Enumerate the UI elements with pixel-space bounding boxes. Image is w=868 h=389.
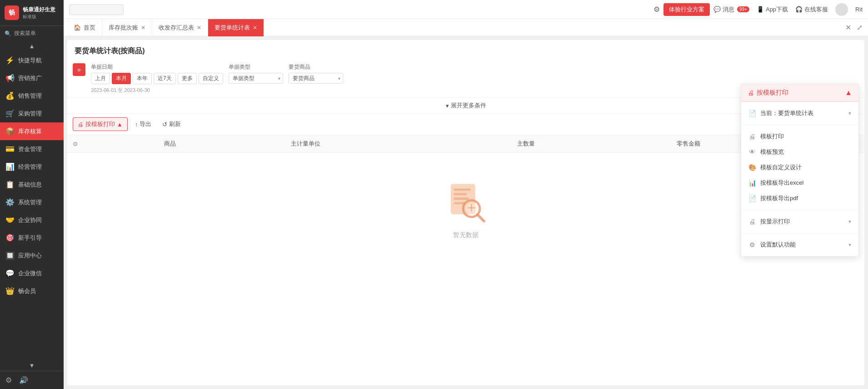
sidebar-item-wechat[interactable]: 💬 企业微信 bbox=[0, 264, 64, 282]
tab-inventory-batch[interactable]: 库存批次账 ✕ bbox=[102, 19, 152, 36]
content-area: 要货单统计表(按商品) » 单据日期 上月 本月 本年 近7天 更多 自定义 2… bbox=[67, 40, 864, 385]
svg-rect-2 bbox=[454, 193, 467, 195]
goods-select-wrap: 要货商品 bbox=[289, 73, 343, 84]
dropdown-items-section: 🖨 模板打印 👁 模板预览 🎨 模板自定义设计 📊 按模板导出excel 📄 bbox=[741, 125, 858, 210]
app-download-item[interactable]: 📱 App下载 bbox=[757, 5, 788, 14]
message-icon: 💬 bbox=[713, 6, 721, 13]
appstore-icon: 🔲 bbox=[5, 251, 15, 260]
template-excel-icon: 📊 bbox=[748, 179, 756, 187]
dropdown-item-template-preview[interactable]: 👁 模板预览 bbox=[741, 144, 858, 160]
dropdown-display-section: 🖨 按显示打印 ▾ bbox=[741, 210, 858, 233]
close-inventory-batch-icon[interactable]: ✕ bbox=[141, 25, 145, 31]
operation-icon: 📊 bbox=[5, 162, 15, 171]
close-tab-btn[interactable]: ✕ bbox=[843, 21, 853, 34]
system-icon: ⚙️ bbox=[5, 198, 15, 207]
sidebar: 畅 畅康通好生意 标准版 🔍 搜索菜单 ▲ ⚡ 快捷导航 📢 营销推广 💰 销售… bbox=[0, 0, 64, 389]
settings-icon[interactable]: ⚙ bbox=[5, 376, 12, 384]
dropdown-default-func-item[interactable]: ⚙ 设置默认功能 ▾ bbox=[741, 237, 858, 253]
export-icon: ↑ bbox=[135, 121, 138, 128]
gear-icon[interactable]: ⚙ bbox=[653, 5, 660, 14]
date-btn-prev[interactable]: 上月 bbox=[91, 73, 110, 84]
guide-icon: 🎯 bbox=[5, 233, 15, 242]
maximize-tab-btn[interactable]: ⤢ bbox=[855, 21, 864, 34]
sidebar-item-member[interactable]: 👑 畅会员 bbox=[0, 282, 64, 300]
print-dropdown-popup: 🖨 按模板打印 ▲ 📄 当前：要货单统计表 ▾ 🖨 bbox=[741, 84, 859, 257]
date-btn-year[interactable]: 本年 bbox=[133, 73, 152, 84]
search-menu[interactable]: 🔍 搜索菜单 bbox=[0, 26, 64, 41]
sidebar-scroll-up[interactable]: ▲ bbox=[0, 41, 64, 51]
sidebar-scroll-down[interactable]: ▼ bbox=[0, 360, 64, 371]
close-receipt-summary-icon[interactable]: ✕ bbox=[197, 25, 201, 31]
sidebar-item-operation[interactable]: 📊 经营管理 bbox=[0, 158, 64, 176]
doc-type-select[interactable]: 单据类型 bbox=[229, 73, 283, 84]
svg-line-7 bbox=[478, 215, 484, 221]
date-btn-custom[interactable]: 自定义 bbox=[199, 73, 223, 84]
sidebar-item-marketing[interactable]: 📢 营销推广 bbox=[0, 69, 64, 87]
export-btn[interactable]: ↑ 导出 bbox=[131, 118, 155, 131]
sidebar-item-basic[interactable]: 📋 基础信息 bbox=[0, 176, 64, 193]
sidebar-item-collab[interactable]: 🤝 企业协同 bbox=[0, 211, 64, 229]
sidebar-item-inventory[interactable]: 📦 库存核算 bbox=[0, 122, 64, 140]
online-service-item[interactable]: 🎧 在线客服 bbox=[795, 5, 828, 14]
tab-order-stats[interactable]: 要货单统计表 ✕ bbox=[208, 19, 264, 36]
template-custom-icon: 🎨 bbox=[748, 164, 756, 171]
print-btn[interactable]: 🖨 按模板打印 ▲ bbox=[73, 117, 128, 131]
home-icon: 🏠 bbox=[74, 24, 81, 31]
sidebar-item-appstore[interactable]: 🔲 应用中心 bbox=[0, 247, 64, 264]
dropdown-item-template-custom[interactable]: 🎨 模板自定义设计 bbox=[741, 160, 858, 175]
sidebar-item-finance[interactable]: 💳 资金管理 bbox=[0, 140, 64, 158]
date-btn-more[interactable]: 更多 bbox=[178, 73, 197, 84]
inventory-icon: 📦 bbox=[5, 127, 15, 136]
empty-icon bbox=[443, 180, 489, 226]
phone-icon: 📱 bbox=[757, 6, 764, 13]
doc-type-select-wrap: 单据类型 bbox=[229, 73, 283, 84]
dropdown-current-item[interactable]: 📄 当前：要货单统计表 ▾ bbox=[741, 106, 858, 121]
date-btn-7days[interactable]: 近7天 bbox=[154, 73, 176, 84]
current-template-arrow-icon: ▾ bbox=[848, 110, 851, 116]
refresh-btn[interactable]: ↺ 刷新 bbox=[159, 118, 185, 131]
purchase-icon: 🛒 bbox=[5, 109, 15, 118]
search-icon: 🔍 bbox=[5, 30, 11, 37]
sidebar-item-system[interactable]: ⚙️ 系统管理 bbox=[0, 193, 64, 211]
col-settings[interactable]: ⚙ bbox=[67, 135, 159, 153]
sidebar-item-sales[interactable]: 💰 销售管理 bbox=[0, 87, 64, 105]
dropdown-close-btn[interactable]: ▲ bbox=[845, 89, 852, 97]
quick-nav-icon: ⚡ bbox=[5, 56, 15, 65]
industry-btn[interactable]: 体验行业方案 bbox=[663, 3, 710, 16]
print-icon: 🖨 bbox=[78, 121, 84, 128]
dropdown-item-template-print[interactable]: 🖨 模板打印 bbox=[741, 129, 858, 144]
basic-icon: 📋 bbox=[5, 180, 15, 189]
template-print-icon: 🖨 bbox=[748, 133, 756, 140]
goods-filter-group: 要货商品 要货商品 bbox=[289, 63, 343, 84]
sidebar-item-guide[interactable]: 🎯 新手引导 bbox=[0, 229, 64, 247]
dropdown-display-print-item[interactable]: 🖨 按显示打印 ▾ bbox=[741, 214, 858, 229]
goods-select[interactable]: 要货商品 bbox=[289, 73, 343, 84]
top-search-input[interactable] bbox=[69, 4, 124, 15]
expand-more-btn[interactable]: ▾ 展开更多条件 bbox=[440, 100, 492, 111]
filter-toggle-btn[interactable]: » bbox=[73, 63, 85, 76]
speaker-icon[interactable]: 🔊 bbox=[19, 376, 28, 384]
sidebar-item-purchase[interactable]: 🛒 采购管理 bbox=[0, 105, 64, 122]
close-order-stats-icon[interactable]: ✕ bbox=[253, 25, 257, 31]
display-print-arrow-icon: ▾ bbox=[848, 218, 851, 225]
doc-type-select-group: 单据类型 bbox=[229, 73, 283, 84]
sidebar-item-quick-nav[interactable]: ⚡ 快捷导航 bbox=[0, 51, 64, 69]
dropdown-item-template-excel[interactable]: 📊 按模板导出excel bbox=[741, 175, 858, 191]
display-print-icon: 🖨 bbox=[748, 218, 756, 225]
tab-home[interactable]: 🏠 首页 bbox=[67, 19, 102, 36]
sidebar-footer: ⚙ 🔊 bbox=[0, 371, 64, 389]
message-item[interactable]: 💬 消息 99+ bbox=[713, 5, 749, 14]
user-avatar[interactable] bbox=[835, 3, 848, 16]
template-preview-icon: 👁 bbox=[748, 148, 756, 156]
col-unit: 主计量单位 bbox=[285, 135, 511, 153]
date-btn-current[interactable]: 本月 bbox=[112, 73, 131, 84]
dropdown-item-template-pdf[interactable]: 📄 按模板导出pdf bbox=[741, 191, 858, 206]
tab-receipt-summary[interactable]: 收发存汇总表 ✕ bbox=[152, 19, 208, 36]
table-settings-icon[interactable]: ⚙ bbox=[73, 141, 78, 147]
empty-text: 暂无数据 bbox=[453, 231, 479, 239]
page-title: 要货单统计表(按商品) bbox=[67, 40, 864, 60]
tab-right-btns: ✕ ⤢ bbox=[843, 21, 864, 34]
top-bar-right: 💬 消息 99+ 📱 App下载 🎧 在线客服 Rit bbox=[713, 3, 863, 16]
expand-icon: ▾ bbox=[446, 102, 449, 109]
finance-icon: 💳 bbox=[5, 145, 15, 153]
